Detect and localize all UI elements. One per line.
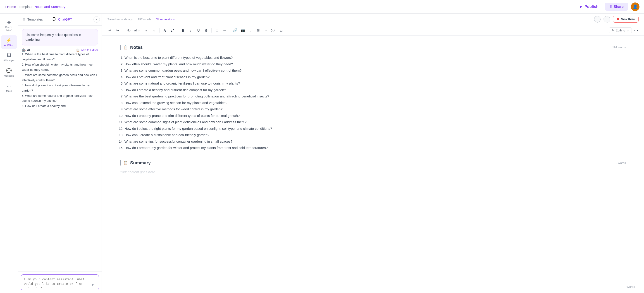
- strikethrough-button[interactable]: S: [203, 27, 210, 34]
- panel-input[interactable]: [24, 277, 88, 288]
- tab-chatgpt[interactable]: 💬 ChatGPT: [47, 13, 77, 25]
- tab-templates[interactable]: ⊞ Templates: [18, 13, 47, 25]
- summary-section-header: 📋 Summary 0 words: [120, 160, 626, 166]
- toolbar-divider-2: [159, 28, 160, 32]
- notes-section-header: 📋 Notes 197 words: [120, 45, 626, 50]
- list-item: How can I extend the growing season for …: [124, 100, 626, 106]
- publish-icon: ►: [579, 4, 583, 9]
- link-button[interactable]: 🔗: [232, 27, 238, 34]
- fertilizers-underlined: fertilizers: [178, 81, 192, 85]
- align-chevron[interactable]: ⌄: [151, 27, 158, 34]
- notes-list: When is the best time to plant different…: [120, 54, 626, 151]
- summary-title: Summary: [130, 160, 151, 166]
- italic-button[interactable]: I: [187, 27, 194, 34]
- list-item: How do I create a healthy and nutrient-r…: [124, 87, 626, 93]
- new-item-button[interactable]: New Item: [613, 16, 638, 23]
- toolbar-divider-5: [230, 28, 230, 32]
- notes-word-count: 197 words: [612, 46, 626, 49]
- format-button-2[interactable]: □: [278, 27, 285, 34]
- add-to-editor-label: Add to Editor: [81, 48, 98, 52]
- align-button[interactable]: ≡: [143, 27, 150, 34]
- chatgpt-icon: 💬: [52, 17, 56, 21]
- sidebar-label-more: More: [6, 89, 12, 92]
- panel-content: List some frequently asked questions in …: [18, 25, 102, 272]
- highlight-button[interactable]: 🖍: [169, 27, 176, 34]
- editing-chevron: ⌄: [626, 28, 629, 32]
- sidebar-item-ai-writer[interactable]: ⚡ AI Writer: [1, 35, 17, 49]
- ai-response-section: 🤖 AI 📋 Add to Editor 1. When is the best…: [22, 48, 98, 109]
- editor-content: 📋 Notes 197 words When is the best time …: [102, 36, 644, 293]
- sidebar-item-brief-seo[interactable]: ◈ Brief + SEO: [1, 17, 17, 33]
- list-item: How can I create a sustainable and eco-f…: [124, 132, 626, 138]
- more-icon: ···: [7, 83, 11, 89]
- panel-input-area: ➤: [18, 272, 102, 293]
- list-item: How do I prevent and treat plant disease…: [124, 74, 626, 80]
- summary-section: 📋 Summary 0 words Your content goes here…: [120, 160, 626, 174]
- brief-seo-icon: ◈: [7, 19, 11, 25]
- bold-button[interactable]: B: [180, 27, 186, 34]
- new-item-label: New Item: [621, 17, 635, 21]
- collaborator-avatar-1: [594, 16, 601, 23]
- list-item: When is the best time to plant different…: [124, 54, 626, 61]
- tab-templates-label: Templates: [28, 17, 43, 21]
- undo-button[interactable]: ↩: [106, 27, 113, 34]
- image-button[interactable]: 📷: [240, 27, 246, 34]
- editor-statusbar: Saved seconds ago 197 words Older versio…: [102, 13, 644, 25]
- new-item-dot: [617, 18, 619, 20]
- topbar-left: ‹ Home Template: Notes and Summary: [4, 5, 66, 8]
- ai-response-text: 1. When is the best time to plant differ…: [22, 52, 98, 109]
- list-item: What are some common signs of plant defi…: [124, 119, 626, 125]
- bullet-list-button[interactable]: ☰: [214, 27, 220, 34]
- notes-icon: 📋: [123, 45, 128, 49]
- template-name: Notes and Summary: [34, 5, 66, 8]
- topbar-right: ► Publish ⇧ Share 👤: [576, 2, 640, 11]
- summary-placeholder[interactable]: Your content goes here ...: [120, 170, 626, 174]
- list-item: How do I prepare my garden for winter an…: [124, 145, 626, 151]
- message-icon: 💬: [6, 68, 12, 73]
- clear-format-button[interactable]: ⃠: [270, 27, 277, 34]
- summary-word-count: 0 words: [616, 161, 626, 165]
- ordered-list-button[interactable]: ≔: [221, 27, 228, 34]
- home-label: Home: [7, 5, 16, 8]
- table-chevron[interactable]: ⌄: [262, 27, 269, 34]
- publish-button[interactable]: ► Publish: [576, 3, 602, 11]
- share-button[interactable]: ⇧ Share: [605, 3, 628, 11]
- chevron-left-icon: ‹: [4, 5, 6, 8]
- text-color-button[interactable]: A: [161, 27, 168, 34]
- toolbar-divider-4: [211, 28, 212, 32]
- send-button[interactable]: ➤: [90, 282, 96, 288]
- sidebar-item-more[interactable]: ··· More: [1, 81, 17, 94]
- editing-label: Editing: [616, 28, 625, 32]
- older-versions-link[interactable]: Older versions: [156, 18, 175, 21]
- redo-button[interactable]: ↪: [114, 27, 121, 34]
- image-chevron[interactable]: ⌄: [247, 27, 254, 34]
- main-layout: ◈ Brief + SEO ⚡ AI Writer 🖼 AI Images 💬 …: [0, 13, 644, 293]
- sidebar-item-message[interactable]: 💬 Message: [1, 66, 17, 79]
- notes-section: 📋 Notes 197 words When is the best time …: [120, 45, 626, 151]
- list-item: What are some tips for successful contai…: [124, 138, 626, 145]
- share-icon: ⇧: [610, 4, 612, 9]
- list-item: What are the best gardening practices fo…: [124, 93, 626, 100]
- add-to-editor-button[interactable]: 📋 Add to Editor: [76, 48, 98, 52]
- list-item: How do I properly prune and trim differe…: [124, 113, 626, 119]
- sidebar-label-message: Message: [4, 74, 14, 77]
- table-button[interactable]: ⊞: [255, 27, 262, 34]
- sidebar-label-ai-writer: AI Writer: [4, 44, 14, 46]
- ai-label: 🤖 AI: [22, 48, 30, 52]
- list-item: How do I select the right plants for my …: [124, 125, 626, 132]
- underline-button[interactable]: U: [195, 27, 202, 34]
- style-select[interactable]: Normal ⌄: [125, 27, 142, 33]
- ai-response-header: 🤖 AI 📋 Add to Editor: [22, 48, 98, 52]
- list-item: What are some effective methods for weed…: [124, 106, 626, 113]
- toolbar-more-button[interactable]: ⋯: [633, 27, 640, 34]
- avatar[interactable]: 👤: [631, 2, 640, 11]
- list-item: How often should I water my plants, and …: [124, 61, 626, 68]
- panel-tabs: ⊞ Templates 💬 ChatGPT ‹: [18, 13, 102, 25]
- panel-collapse-button[interactable]: ‹: [94, 16, 100, 23]
- home-link[interactable]: ‹ Home: [4, 5, 16, 8]
- panel: ⊞ Templates 💬 ChatGPT ‹ List some freque…: [18, 13, 102, 293]
- publish-label: Publish: [584, 4, 598, 9]
- sidebar-item-ai-images[interactable]: 🖼 AI Images: [1, 51, 17, 64]
- editing-dropdown[interactable]: ✎ Editing ⌄: [609, 27, 632, 33]
- word-count-bottom: Words: [626, 285, 635, 289]
